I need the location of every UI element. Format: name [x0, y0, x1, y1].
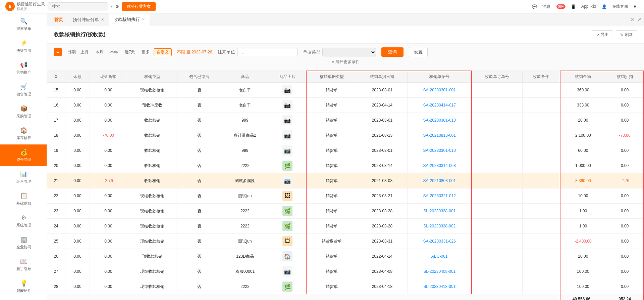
- date-buttons: 上月 本月 本年 近7天 更多 自定义: [78, 48, 172, 56]
- solution-button[interactable]: 休验行业方案: [122, 2, 156, 11]
- sidebar-item-marketing[interactable]: 📢 营销推广: [0, 57, 47, 79]
- date-btn-this-year[interactable]: 本年: [107, 49, 121, 56]
- date-btn-last-month[interactable]: 上月: [78, 49, 91, 56]
- cancel-doc-type-cell: 销货单: [306, 279, 357, 294]
- sidebar-item-finance[interactable]: 💰 资金管理: [0, 144, 47, 166]
- date-btn-7days[interactable]: 近7天: [122, 49, 138, 56]
- sidebar-item-sales[interactable]: 🛒 销售管理: [0, 79, 47, 101]
- cancel-type-cell: 收款核销: [127, 143, 177, 158]
- cash-discount-cell: 0.00: [90, 113, 127, 128]
- cancel-discount-cell: -70.00: [606, 128, 644, 143]
- gear-icon[interactable]: ⚙: [115, 4, 119, 9]
- cancel-doc-no-cell[interactable]: SA-20230301-001: [407, 83, 472, 98]
- doc-no-link[interactable]: SA-20230314-008: [423, 163, 455, 168]
- sidebar-label-basic-info: 基础信息: [16, 201, 31, 206]
- date-btn-more[interactable]: 更多: [139, 49, 152, 56]
- doc-no-link[interactable]: SA-20230414-017: [423, 103, 455, 108]
- balance-cell: 0.00: [65, 234, 90, 249]
- expand-more-conditions[interactable]: ∨ 展开更多条件: [54, 57, 637, 67]
- tab-receipt[interactable]: 收款核销执行 ✕: [109, 13, 150, 26]
- dropdown-icon[interactable]: ▾: [111, 4, 113, 9]
- doc-no-link[interactable]: SA-20210808-001: [423, 178, 455, 183]
- cancel-doc-no-cell[interactable]: SA-20210808-001: [407, 173, 472, 188]
- app-download-label[interactable]: App下载: [581, 4, 596, 9]
- date-btn-custom[interactable]: 自定义: [154, 48, 172, 56]
- doc-no-link[interactable]: ABC-001: [431, 254, 448, 259]
- product-image: 📷: [282, 85, 292, 95]
- query-button[interactable]: 查询: [381, 47, 404, 57]
- cancel-doc-no-cell[interactable]: SL-20230328-002: [407, 219, 472, 234]
- cancel-doc-no-cell[interactable]: SA-20230301-010: [407, 143, 472, 158]
- balance-cell: 0.00: [65, 128, 90, 143]
- tab-home[interactable]: 首页: [50, 13, 68, 26]
- doc-no-link[interactable]: SL-20230328-002: [423, 224, 455, 228]
- sidebar-item-enterprise[interactable]: 🏢 企业协同: [0, 232, 47, 254]
- product-cell: 999: [221, 113, 269, 128]
- receipt-tab-close[interactable]: ✕: [142, 17, 145, 22]
- doc-no-link[interactable]: SL-20230408-001: [423, 269, 455, 274]
- doc-no-link[interactable]: SA-20230301-010: [423, 148, 455, 153]
- cancel-discount-cell: 0.00: [606, 204, 644, 219]
- prepay-tab-close[interactable]: ✕: [101, 17, 104, 22]
- sidebar-item-quick-nav[interactable]: ⚡ 快捷导航: [0, 35, 47, 57]
- online-service-label[interactable]: 在线客服: [612, 4, 628, 9]
- tab-prepay[interactable]: 预付冲应付单 ✕: [68, 13, 109, 26]
- cancel-doc-no-cell[interactable]: SA-20230414-017: [407, 98, 472, 113]
- export-icon: ↗: [596, 33, 599, 37]
- cancel-doc-type-cell: 销货单: [306, 98, 357, 113]
- tab-maximize-icon[interactable]: ⤢: [637, 16, 641, 23]
- sidebar-item-basic-info[interactable]: 📋 基础信息: [0, 188, 47, 210]
- counterparty-input[interactable]: [237, 48, 298, 56]
- cancel-doc-type-cell: 销货单: [306, 264, 357, 279]
- cancel-doc-no-cell[interactable]: SL-20230418-001: [407, 279, 472, 294]
- message-label[interactable]: 消息: [542, 4, 550, 9]
- sidebar-item-system[interactable]: ⚙ 系统管理: [0, 210, 47, 232]
- product-image-cell: 🌿: [269, 279, 306, 294]
- doc-no-link[interactable]: SA-20230321-012: [423, 194, 455, 198]
- export-button[interactable]: ↗ 导出: [592, 30, 613, 39]
- cancel-doc-no-cell[interactable]: SL-20230328-001: [407, 204, 472, 219]
- date-btn-this-month[interactable]: 本月: [93, 49, 106, 56]
- doc-no-link[interactable]: SA-20230331-026: [423, 239, 455, 244]
- seq-cell: 24: [47, 219, 65, 234]
- sidebar-item-wechat[interactable]: 💬 企业微信: [0, 297, 47, 300]
- tab-close-all-icon[interactable]: ✕: [630, 16, 634, 23]
- seq-cell: 27: [47, 264, 65, 279]
- product-cell: 衣服00001: [221, 264, 269, 279]
- refresh-button[interactable]: ↻ 刷新: [616, 30, 637, 39]
- doc-no-link[interactable]: SL-20230418-001: [423, 284, 455, 289]
- doc-type-select[interactable]: [322, 48, 376, 56]
- search-input[interactable]: [48, 2, 108, 10]
- doc-no-link[interactable]: SL-20230328-001: [423, 209, 455, 213]
- receipt-condition-cell: [522, 264, 560, 279]
- sidebar-item-search-menu[interactable]: 🔍 搜索菜单: [0, 13, 47, 35]
- sidebar-item-hardware[interactable]: 💡 智能硬件: [0, 275, 47, 297]
- user-name[interactable]: Rit: [634, 4, 639, 9]
- cancel-type-cell: 现结收款核销: [127, 234, 177, 249]
- receipt-condition-cell: [522, 204, 560, 219]
- doc-no-link[interactable]: SA-20230301-010: [423, 118, 455, 123]
- cancel-doc-no-cell[interactable]: SL-20230408-001: [407, 264, 472, 279]
- cancel-doc-no-cell[interactable]: SA-20230314-008: [407, 158, 472, 173]
- sidebar-item-guide[interactable]: 📖 新手引导: [0, 254, 47, 275]
- filter-expand-arrow[interactable]: »: [54, 48, 62, 56]
- cancel-doc-no-cell[interactable]: SA-20230331-026: [407, 234, 472, 249]
- sidebar-item-purchase[interactable]: 📦 采购管理: [0, 101, 47, 123]
- cash-discount-cell: 0.00: [90, 98, 127, 113]
- cancel-doc-no-cell[interactable]: SA-20230321-012: [407, 188, 472, 204]
- cancel-doc-no-cell[interactable]: ABC-001: [407, 249, 472, 264]
- cancel-doc-no-cell[interactable]: SA-20230301-010: [407, 113, 472, 128]
- doc-no-link[interactable]: SA-20230301-001: [423, 88, 455, 92]
- purchase-icon: 📦: [20, 105, 28, 112]
- product-image: 🏠: [282, 251, 292, 261]
- sidebar-item-operations[interactable]: 📊 经营管理: [0, 166, 47, 188]
- setting-button[interactable]: 设置: [409, 47, 428, 57]
- filter-row-1: » 日期 上月 本月 本年 近7天 更多 自定义 不限 至 202: [54, 47, 637, 57]
- col-settings-header[interactable]: ⚙: [47, 71, 65, 83]
- sidebar-item-inventory[interactable]: 🏠 库存核算: [0, 123, 47, 144]
- sidebar-label-quick-nav: 快捷导航: [16, 48, 31, 53]
- doc-no-link[interactable]: SA-20210813-001: [423, 133, 455, 138]
- cancel-amount-cell: 1,000.00: [560, 158, 606, 173]
- refresh-icon: ↻: [620, 33, 624, 37]
- cancel-doc-no-cell[interactable]: SA-20210813-001: [407, 128, 472, 143]
